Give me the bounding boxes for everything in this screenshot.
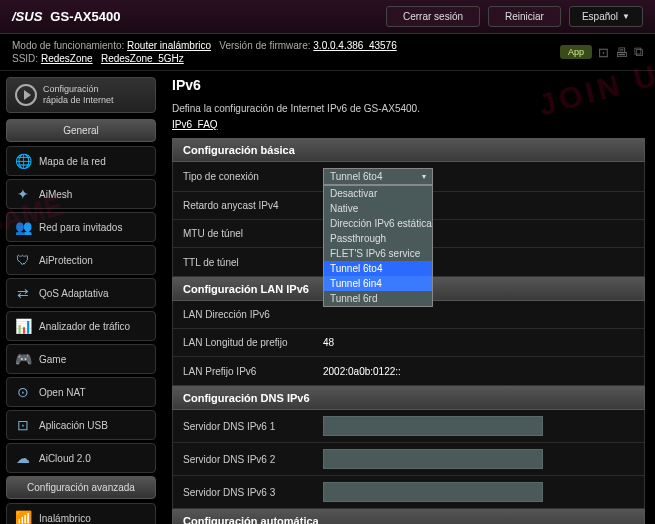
lan-prefix-len-label: LAN Longitud de prefijo	[183, 337, 323, 348]
nav-item[interactable]: 🎮Game	[6, 344, 156, 374]
dropdown-option[interactable]: Passthrough	[324, 231, 432, 246]
conn-type-dropdown: DesactivarNativeDirección IPv6 estáticaP…	[323, 185, 433, 307]
lan-prefix-label: LAN Prefijo IPv6	[183, 366, 323, 377]
nav-label: QoS Adaptativa	[39, 288, 109, 299]
nav-icon: ⊙	[14, 383, 32, 401]
anycast-label: Retardo anycast IPv4	[183, 200, 323, 211]
nav-item[interactable]: 🌐Mapa de la red	[6, 146, 156, 176]
dns2-label: Servidor DNS IPv6 2	[183, 454, 323, 465]
dropdown-option[interactable]: FLET'S IPv6 service	[324, 246, 432, 261]
ssid-label: SSID:	[12, 53, 38, 64]
mode-label: Modo de funcionamiento:	[12, 40, 124, 51]
nav-item[interactable]: ✦AiMesh	[6, 179, 156, 209]
nav-label: Analizador de tráfico	[39, 321, 130, 332]
nav-label: Inalámbrico	[39, 513, 91, 524]
dns3-label: Servidor DNS IPv6 3	[183, 487, 323, 498]
section-dns-header: Configuración DNS IPv6	[172, 386, 645, 410]
ttl-label: TTL de túnel	[183, 257, 323, 268]
nav-item[interactable]: ⇄QoS Adaptativa	[6, 278, 156, 308]
nav-icon: 🌐	[14, 152, 32, 170]
logout-button[interactable]: Cerrar sesión	[386, 6, 480, 27]
nav-label: AiProtection	[39, 255, 93, 266]
nav-icon: ✦	[14, 185, 32, 203]
nav-item[interactable]: 📶Inalámbrico	[6, 503, 156, 524]
header: /SUS GS-AX5400 Cerrar sesión Reiniciar E…	[0, 0, 655, 34]
page-description: Defina la configuración de Internet IPv6…	[172, 103, 645, 114]
sidebar: Configuración rápida de Internet General…	[0, 71, 162, 524]
nav-label: Mapa de la red	[39, 156, 106, 167]
nav-item[interactable]: ⊡Aplicación USB	[6, 410, 156, 440]
page-title: IPv6	[172, 77, 645, 93]
faq-link[interactable]: IPv6_FAQ	[172, 119, 218, 130]
nav-item[interactable]: ⊙Open NAT	[6, 377, 156, 407]
lan-addr-label: LAN Dirección IPv6	[183, 309, 323, 320]
mtu-label: MTU de túnel	[183, 228, 323, 239]
lan-prefix-len-value: 48	[323, 337, 634, 348]
section-general-header: General	[6, 119, 156, 142]
nav-icon: 📶	[14, 509, 32, 524]
nav-icon: ☁	[14, 449, 32, 467]
lan-prefix-value: 2002:0a0b:0122::	[323, 366, 634, 377]
nav-item[interactable]: 📊Analizador de tráfico	[6, 311, 156, 341]
play-icon	[15, 84, 37, 106]
dropdown-option[interactable]: Tunnel 6rd	[324, 291, 432, 306]
devices-icon[interactable]: ⧉	[634, 44, 643, 60]
dns1-input[interactable]	[323, 416, 543, 436]
nav-icon: ⊡	[14, 416, 32, 434]
conn-type-select[interactable]: Tunnel 6to4 ▾	[323, 168, 433, 185]
quick-setup-button[interactable]: Configuración rápida de Internet	[6, 77, 156, 113]
mode-link[interactable]: Router inalámbrico	[127, 40, 211, 51]
dns3-input[interactable]	[323, 482, 543, 502]
dropdown-option[interactable]: Tunnel 6to4	[324, 261, 432, 276]
ssid-1[interactable]: RedesZone	[41, 53, 93, 64]
quick-setup-line1: Configuración	[43, 84, 114, 95]
dns1-label: Servidor DNS IPv6 1	[183, 421, 323, 432]
content-area: IPv6 Defina la configuración de Internet…	[162, 71, 655, 524]
reboot-button[interactable]: Reiniciar	[488, 6, 561, 27]
nav-icon: 👥	[14, 218, 32, 236]
nav-icon: 🛡	[14, 251, 32, 269]
dropdown-option[interactable]: Tunnel 6in4	[324, 276, 432, 291]
nav-icon: 📊	[14, 317, 32, 335]
brand-logo: /SUS	[12, 9, 42, 24]
subheader: Modo de funcionamiento: Router inalámbri…	[0, 34, 655, 71]
chevron-down-icon: ▼	[622, 12, 630, 21]
nav-icon: ⇄	[14, 284, 32, 302]
ssid-2[interactable]: RedesZone_5GHz	[101, 53, 184, 64]
nav-item[interactable]: 👥Red para invitados	[6, 212, 156, 242]
conn-type-label: Tipo de conexión	[183, 171, 323, 182]
nav-label: Game	[39, 354, 66, 365]
language-selector[interactable]: Español ▼	[569, 6, 643, 27]
section-auto-header: Configuración automática	[172, 509, 645, 524]
dropdown-option[interactable]: Dirección IPv6 estática	[324, 216, 432, 231]
firmware-link[interactable]: 3.0.0.4.386_43576	[313, 40, 396, 51]
section-basic-header: Configuración básica	[172, 138, 645, 162]
firmware-label: Versión de firmware:	[219, 40, 310, 51]
printer-icon[interactable]: 🖶	[615, 45, 628, 60]
nav-item[interactable]: 🛡AiProtection	[6, 245, 156, 275]
dropdown-option[interactable]: Native	[324, 201, 432, 216]
dns2-input[interactable]	[323, 449, 543, 469]
language-label: Español	[582, 11, 618, 22]
quick-setup-line2: rápida de Internet	[43, 95, 114, 106]
nav-label: Aplicación USB	[39, 420, 108, 431]
section-advanced-header: Configuración avanzada	[6, 476, 156, 499]
nav-label: Red para invitados	[39, 222, 122, 233]
nav-label: AiCloud 2.0	[39, 453, 91, 464]
chevron-down-icon: ▾	[422, 172, 426, 181]
app-badge[interactable]: App	[560, 45, 592, 59]
usb-icon[interactable]: ⊡	[598, 45, 609, 60]
nav-label: Open NAT	[39, 387, 86, 398]
nav-item[interactable]: ☁AiCloud 2.0	[6, 443, 156, 473]
model-name: GS-AX5400	[50, 9, 120, 24]
dropdown-option[interactable]: Desactivar	[324, 186, 432, 201]
conn-type-value: Tunnel 6to4	[330, 171, 382, 182]
nav-icon: 🎮	[14, 350, 32, 368]
nav-label: AiMesh	[39, 189, 72, 200]
